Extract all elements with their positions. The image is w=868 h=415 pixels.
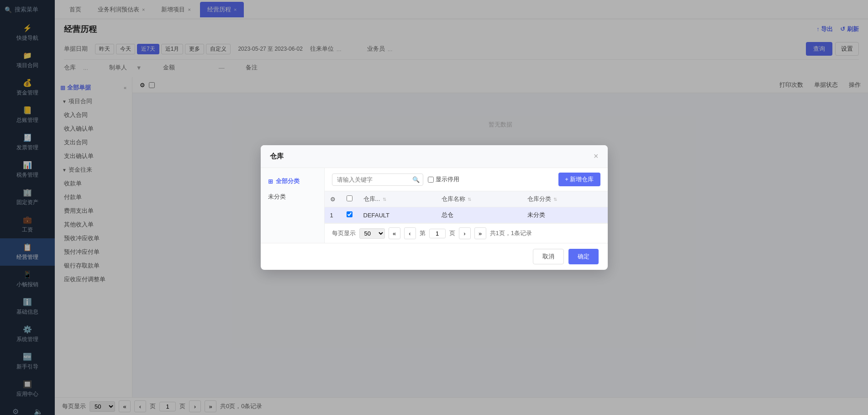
th-name: 仓库名称 ⇅	[436, 191, 522, 207]
th-select-all[interactable]	[347, 195, 352, 201]
th-code-label: 仓库...	[363, 195, 380, 202]
th-name-sort-icon: ⇅	[468, 197, 471, 202]
modal-body: ⊞ 全部分类 未分类 ‹ 🔍 显示停用	[261, 168, 608, 243]
add-warehouse-button[interactable]: + 新增仓库	[558, 173, 600, 186]
th-category-sort-icon: ⇅	[553, 197, 557, 202]
modal-prev-page-btn[interactable]: ‹	[404, 227, 416, 239]
modal-overlay: 仓库 × ⊞ 全部分类 未分类 ‹	[0, 0, 868, 415]
th-code: 仓库... ⇅	[358, 191, 436, 207]
td-row-num: 1	[325, 207, 341, 223]
modal-next-page-btn[interactable]: ›	[459, 227, 471, 239]
grid-icon: ⊞	[268, 178, 273, 185]
category-all-label: 全部分类	[276, 177, 300, 185]
modal-cancel-button[interactable]: 取消	[533, 249, 564, 264]
th-settings: ⚙	[325, 191, 341, 207]
search-input-wrap: 🔍	[332, 173, 423, 186]
table-header-row: ⚙ 仓库... ⇅ 仓库名称	[325, 191, 608, 207]
modal-pagination: 每页显示 50 10 20 100 « ‹ 第 页 › » 共1页，1条记录	[325, 223, 608, 243]
modal-page-size-label: 每页显示	[332, 229, 356, 237]
modal-first-page-btn[interactable]: «	[389, 227, 400, 239]
category-uncategorized[interactable]: 未分类	[261, 189, 324, 205]
warehouse-table: ⚙ 仓库... ⇅ 仓库名称	[325, 191, 608, 223]
modal-table-wrap: ⚙ 仓库... ⇅ 仓库名称	[325, 191, 608, 223]
modal-page-input[interactable]	[429, 229, 446, 238]
table-row[interactable]: 1 DEFAULT 总仓 未分类	[325, 207, 608, 223]
th-code-sort-icon: ⇅	[383, 197, 386, 202]
category-uncategorized-label: 未分类	[268, 193, 286, 201]
warehouse-search-icon: 🔍	[412, 176, 420, 183]
th-checkbox	[341, 191, 358, 207]
modal-page-size-select[interactable]: 50 10 20 100	[359, 228, 385, 239]
td-row-code: DEFAULT	[358, 207, 436, 223]
warehouse-search-input[interactable]	[332, 173, 423, 186]
td-row-name: 总仓	[436, 207, 522, 223]
warehouse-modal: 仓库 × ⊞ 全部分类 未分类 ‹	[261, 145, 608, 270]
modal-last-page-btn[interactable]: »	[474, 227, 486, 239]
modal-header: 仓库 ×	[261, 145, 608, 168]
td-row-category: 未分类	[522, 207, 608, 223]
th-category: 仓库分类 ⇅	[522, 191, 608, 207]
modal-right-panel: 🔍 显示停用 + 新增仓库 ⚙	[325, 168, 608, 243]
modal-left-panel: ⊞ 全部分类 未分类 ‹	[261, 168, 325, 243]
td-row-checkbox[interactable]	[341, 207, 358, 223]
modal-close-button[interactable]: ×	[594, 152, 599, 161]
modal-confirm-button[interactable]: 确定	[568, 249, 599, 264]
modal-toolbar: 🔍 显示停用 + 新增仓库	[325, 168, 608, 191]
th-category-label: 仓库分类	[527, 195, 551, 202]
show-disabled-text: 显示停用	[436, 175, 459, 184]
th-name-label: 仓库名称	[442, 195, 465, 202]
modal-page-label2: 页	[449, 229, 455, 237]
show-disabled-label[interactable]: 显示停用	[428, 175, 459, 184]
left-panel-collapse-btn[interactable]: ‹	[324, 199, 325, 212]
modal-title: 仓库	[270, 152, 284, 161]
th-settings-icon[interactable]: ⚙	[330, 196, 336, 203]
show-disabled-checkbox[interactable]	[428, 177, 434, 183]
modal-footer: 取消 确定	[261, 243, 608, 270]
modal-page-label: 第	[420, 229, 426, 237]
category-all[interactable]: ⊞ 全部分类	[261, 173, 324, 189]
modal-total-text: 共1页，1条记录	[490, 229, 532, 237]
